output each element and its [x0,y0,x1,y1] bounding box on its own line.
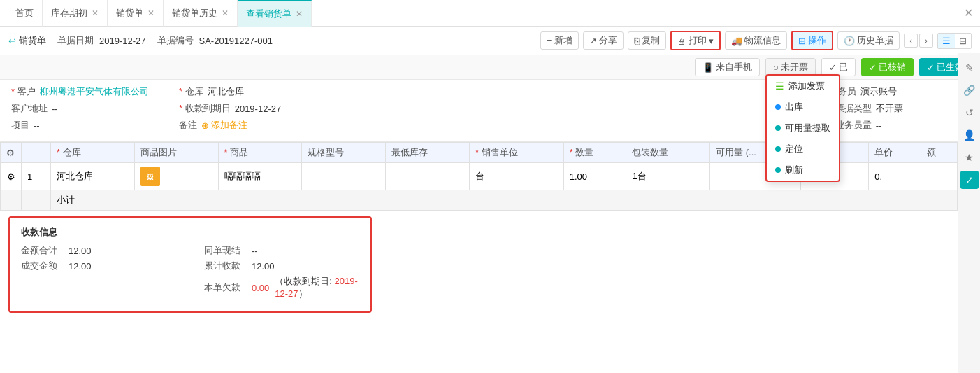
transaction-row: 成交金额 12.00 [21,260,176,272]
next-arrow[interactable]: › [919,34,933,48]
row-gear[interactable]: ⚙ [1,163,22,190]
nav-arrows: ‹ › [904,34,933,48]
warehouse-value: 河北仓库 [208,85,244,98]
due-date-note: （收款到期日: 2019-12-27） [275,275,359,300]
operation-dropdown: ☰ 添加发票 出库 可用量提取 定位 刷新 [765,74,840,182]
add-invoice-icon: ☰ [775,80,784,92]
grid-view-btn[interactable]: ⊟ [955,34,971,48]
history-icon: 🕐 [844,36,855,46]
link-sidebar-icon[interactable]: 🔗 [960,81,979,99]
outbound-dot [775,104,781,110]
address-value: -- [52,104,58,114]
row-product-img: 🖼 [134,163,218,190]
cumulative-row: 累计收款 12.00 [204,260,359,272]
total-row: 金额合计 12.00 [21,244,176,257]
doc-type-label: 销货单 [19,34,46,47]
min-stock-col-header: 最低库存 [386,143,470,163]
print-icon: 🖨 [677,36,686,46]
cancelled-btn[interactable]: ✓ 已核销 [861,58,914,76]
refresh-sidebar-icon[interactable]: ↺ [960,104,979,122]
add-note-icon: ⊕ [201,120,209,131]
operation-button[interactable]: ⊞ 操作 [791,31,833,50]
staff-value: 演示账号 [860,85,897,98]
subtotal-label: 小计 [51,190,958,211]
outbound-item[interactable]: 出库 [767,97,839,118]
same-order-value: -- [252,246,258,256]
row-amount [921,163,957,190]
main-content: ↩ 销货单 单据日期 2019-12-27 单据编号 SA-20191227-0… [0,27,980,373]
logistics-button[interactable]: 🚚 物流信息 [725,31,787,50]
doc-number-value: SA-20191227-001 [199,36,273,46]
ticket-type-value: 不开票 [876,102,903,115]
project-field: 项目 -- [11,119,151,132]
available-pickup-item[interactable]: 可用量提取 [767,118,839,139]
prev-arrow[interactable]: ‹ [904,34,918,48]
row-product: 嗝嗝嗝嗝 [218,163,302,190]
truck-icon: 🚚 [731,36,742,46]
payment-date-value: 2019-12-27 [235,104,282,114]
print-dropdown-arrow: ▾ [709,36,714,46]
history-button[interactable]: 🕐 历史单据 [837,31,900,50]
doc-number-field: 单据编号 SA-20191227-001 [157,34,273,47]
same-order-row: 同单现结 -- [204,244,359,257]
tab-view-sales[interactable]: 查看销货单 ✕ [238,0,312,27]
copy-button[interactable]: ⎘ 复制 [628,31,666,50]
row-warehouse: 河北仓库 [51,163,135,190]
warehouse-col-header: 仓库 [51,143,135,163]
row-spec [302,163,386,190]
share-icon: ↗ [589,36,597,46]
list-view-btn[interactable]: ☰ [938,34,955,48]
tab-inventory-init[interactable]: 库存期初 ✕ [43,0,108,27]
tab-sales-history[interactable]: 销货单历史 ✕ [164,0,238,27]
refresh-item[interactable]: 刷新 [767,160,839,181]
header-actions: + 新增 ↗ 分享 ⎘ 复制 🖨 打印 ▾ 🚚 物流信息 ⊞ 操作 [540,31,972,50]
payment-date-field: 收款到期日 2019-12-27 [179,102,319,115]
locate-dot [775,146,781,152]
close-inventory-tab[interactable]: ✕ [92,8,99,18]
spec-col-header: 规格型号 [302,143,386,163]
gear-col-header[interactable]: ⚙ [1,143,22,163]
tab-home[interactable]: 首页 [7,0,43,27]
sales-unit-col-header: 销售单位 [469,143,563,163]
close-sales-tab[interactable]: ✕ [147,8,154,18]
available-pickup-dot [775,125,781,131]
staff2-field: 业务员孟 -- [829,119,969,132]
not-open-icon: ○ [773,62,779,73]
expand-sidebar-icon[interactable]: ⤢ [960,171,979,189]
share-button[interactable]: ↗ 分享 [583,31,624,50]
transaction-value: 12.00 [69,261,92,272]
check-icon: ✓ [829,62,837,73]
new-button[interactable]: + 新增 [540,31,579,50]
star-sidebar-icon[interactable]: ★ [960,148,979,167]
tab-sales-order[interactable]: 销货单 ✕ [108,0,164,27]
subtotal-gear [1,190,22,211]
doc-header: ↩ 销货单 单据日期 2019-12-27 单据编号 SA-20191227-0… [0,27,980,55]
close-history-tab[interactable]: ✕ [222,8,229,18]
user-sidebar-icon[interactable]: 👤 [960,126,979,144]
close-view-sales-tab[interactable]: ✕ [296,9,303,19]
grid-icon: ⊞ [798,36,806,46]
seq-col-header [22,143,51,163]
pack-qty-col-header: 包装数量 [626,143,710,163]
add-note-btn[interactable]: ⊕ 添加备注 [201,119,247,132]
payment-title: 收款信息 [21,226,359,239]
payment-section: 收款信息 金额合计 12.00 成交金额 12.00 同单现结 -- 累计收款 [8,216,372,313]
row-min-stock [386,163,470,190]
product-col-header: 商品 [218,143,302,163]
refresh-dot [775,167,781,173]
customer-value[interactable]: 柳州粤港平安气体有限公司 [40,85,149,98]
print-button[interactable]: 🖨 打印 ▾ [670,31,721,50]
current-due-row: 本单欠款 0.00 （收款到期日: 2019-12-27） [204,275,359,300]
warehouse-field: 仓库 河北仓库 [179,85,319,98]
add-invoice-item[interactable]: ☰ 添加发票 [767,76,839,97]
row-seq: 1 [22,163,51,190]
row-sales-unit: 台 [469,163,563,190]
subtotal-seq [22,190,51,211]
locate-item[interactable]: 定位 [767,139,839,160]
doc-date-value: 2019-12-27 [99,36,146,46]
edit-sidebar-icon[interactable]: ✎ [960,59,979,77]
view-toggle: ☰ ⊟ [937,33,972,49]
from-phone-btn[interactable]: 📱 来自手机 [695,58,760,76]
close-window[interactable]: ✕ [964,6,973,20]
row-unit-price: 0. [869,163,921,190]
